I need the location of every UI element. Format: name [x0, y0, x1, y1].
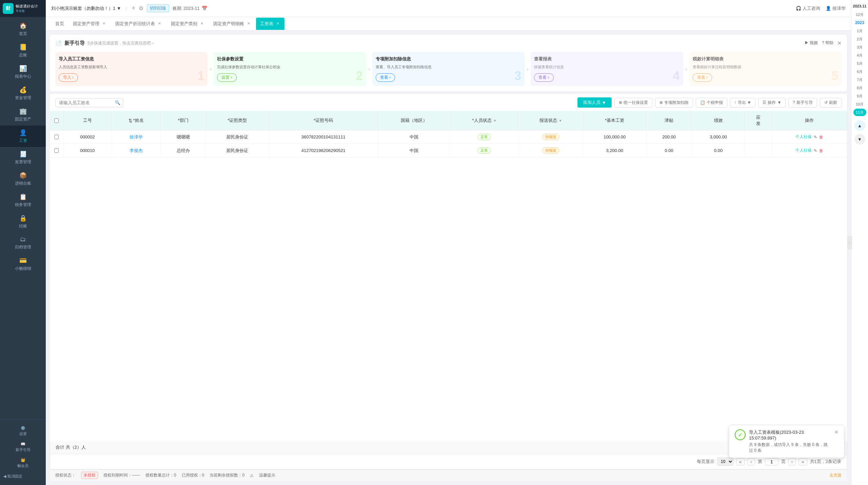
- add-account-btn[interactable]: +: [132, 5, 136, 12]
- calendar-month-7[interactable]: 7月: [853, 76, 866, 83]
- right-panel-toggle[interactable]: ‹: [847, 236, 852, 249]
- sidebar-label-ledger: 总账: [19, 52, 27, 58]
- action-social-1[interactable]: 个人社保: [795, 134, 812, 140]
- sidebar-item-invoices[interactable]: 🧾 发票管理: [0, 147, 46, 168]
- tab-asset-detail[interactable]: 固定资产明细账 ✕: [209, 18, 255, 30]
- wizard-step1-btn[interactable]: 导入 ›: [59, 73, 78, 82]
- deduction-btn[interactable]: ⊕ 专项附加扣除: [655, 98, 693, 108]
- search-input[interactable]: [55, 98, 123, 107]
- current-page-input[interactable]: [765, 458, 778, 465]
- action-social-2[interactable]: 个人社保: [795, 148, 812, 153]
- settings-gear-icon[interactable]: ⚙: [139, 5, 143, 12]
- wizard-step4-btn[interactable]: 查看 ›: [534, 73, 553, 82]
- export-btn[interactable]: ↑ 导出 ▼: [730, 98, 756, 108]
- toast-close-btn[interactable]: ✕: [834, 429, 839, 435]
- calendar-year: 2023.11: [853, 3, 867, 10]
- employee-name-link-1[interactable]: 徐泽华: [130, 134, 143, 139]
- sidebar-item-settings[interactable]: ⚙️ 设置: [2, 423, 44, 439]
- tab-asset-depreciation[interactable]: 固定资产折旧统计表 ✕: [111, 18, 166, 30]
- calendar-down-btn[interactable]: ▼: [854, 134, 865, 145]
- wizard-help-video[interactable]: ▶ 视频: [805, 40, 818, 46]
- social-insurance-btn[interactable]: ⊕ 统一社保设置: [614, 98, 652, 108]
- expense-icon: 💳: [19, 257, 27, 264]
- add-person-btn[interactable]: 添加人员 ▼: [577, 97, 612, 108]
- calendar-month-6[interactable]: 6月: [853, 68, 866, 75]
- tax-declare-btn[interactable]: 📋 个税申报: [696, 98, 727, 108]
- wizard-step3-btn[interactable]: 查看 ›: [376, 73, 395, 82]
- sidebar-item-ledger[interactable]: 📒 总账: [0, 40, 46, 61]
- table-footer: 合计 共（2）人 103,20...: [50, 441, 847, 454]
- calendar-month-3[interactable]: 3月: [853, 43, 866, 51]
- sidebar-item-funds[interactable]: 💰 资金管理: [0, 83, 46, 104]
- tab-home[interactable]: 首页: [51, 18, 68, 30]
- sidebar-item-expense[interactable]: 💳 小畅报销: [0, 254, 46, 275]
- ai-consult-btn[interactable]: 🎧 人工咨询: [796, 5, 820, 12]
- row-checkbox-2[interactable]: [54, 148, 59, 153]
- wizard-help-doc[interactable]: ? 帮助: [822, 40, 833, 46]
- wizard-step-4: 查看报表 快速查看统计信息 查看 › 4: [531, 52, 683, 86]
- tab-asset-category[interactable]: 固定资产类别 ✕: [167, 18, 209, 30]
- calendar-month-12[interactable]: 12月: [853, 11, 866, 18]
- wizard-step2-btn[interactable]: 设置 ›: [217, 73, 236, 82]
- sidebar-collapse-btn[interactable]: ◀ 取消固定: [2, 471, 44, 482]
- wizard-step5-btn[interactable]: 查看 ›: [693, 73, 712, 82]
- guide-btn[interactable]: ? 新手引导: [788, 98, 817, 108]
- per-page-select[interactable]: 10 20 50: [717, 458, 733, 466]
- calendar-month-2[interactable]: 2月: [853, 35, 866, 43]
- first-page-btn[interactable]: «: [736, 458, 745, 465]
- calendar-month-8[interactable]: 8月: [853, 84, 866, 92]
- operation-btn[interactable]: ☰ 操作 ▼: [758, 98, 786, 108]
- calendar-month-1[interactable]: 1月: [853, 27, 866, 35]
- sidebar-item-home[interactable]: 🏠 首页: [0, 19, 46, 40]
- sidebar-item-close[interactable]: 🔒 结账: [0, 211, 46, 232]
- search-icon[interactable]: 🔍: [115, 100, 120, 105]
- wizard-step2-desc: 完成社保参数设置自动计算社保公积金: [217, 64, 362, 70]
- td-base-salary-1: 100,000.00: [583, 130, 646, 144]
- auth-status: 未授权: [81, 472, 98, 479]
- last-page-btn[interactable]: »: [798, 458, 807, 465]
- prev-page-btn[interactable]: ‹: [747, 458, 755, 465]
- sidebar-item-inventory[interactable]: 📦 进销台账: [0, 168, 46, 190]
- calendar-month-9[interactable]: 9月: [853, 92, 866, 100]
- calendar-icon[interactable]: 📅: [202, 6, 207, 11]
- employee-name-link-2[interactable]: 李俊杰: [130, 148, 143, 153]
- buy-btn[interactable]: 去充值: [829, 472, 842, 478]
- tax-declare-label: 个税申报: [707, 100, 723, 106]
- calendar-month-5[interactable]: 5月: [853, 60, 866, 67]
- tab-asset-depreciation-close[interactable]: ✕: [157, 21, 162, 26]
- action-delete-icon-2[interactable]: 🗑: [819, 148, 823, 153]
- calendar-month-10[interactable]: 10月: [853, 100, 866, 108]
- sidebar-item-archive[interactable]: 🗂 归档管理: [0, 232, 46, 254]
- tab-payroll-close[interactable]: ✕: [275, 21, 280, 26]
- account-selector[interactable]: 刘小艳演示账套（勿删勿动！）1 ▼: [51, 5, 121, 12]
- action-edit-icon-1[interactable]: ✎: [814, 135, 817, 139]
- sidebar-item-guide[interactable]: 📖 新手引导: [2, 439, 44, 455]
- sidebar-item-assets[interactable]: 🏢 固定资产: [0, 104, 46, 126]
- next-page-btn[interactable]: ›: [788, 458, 796, 465]
- guide-circle-icon: ?: [793, 100, 795, 105]
- select-all-checkbox[interactable]: [54, 118, 59, 123]
- calendar-month-4[interactable]: 4月: [853, 52, 866, 59]
- tab-asset-mgmt[interactable]: 固定资产管理 ✕: [69, 18, 111, 30]
- action-edit-icon-2[interactable]: ✎: [814, 148, 817, 153]
- calendar-month-11[interactable]: 11月: [853, 109, 866, 116]
- row-checkbox-1[interactable]: [54, 135, 59, 139]
- calendar-up-btn[interactable]: ▲: [854, 120, 865, 131]
- switch-version-btn[interactable]: 切到旧版: [147, 4, 169, 12]
- sidebar-item-payroll[interactable]: 👤 工资: [0, 126, 46, 147]
- action-delete-icon-1[interactable]: 🗑: [819, 135, 823, 139]
- tab-asset-depreciation-label: 固定资产折旧统计表: [115, 21, 155, 27]
- status-filter-icon[interactable]: ▼: [493, 119, 497, 123]
- tab-asset-detail-close[interactable]: ✕: [246, 21, 251, 26]
- ai-icon: 🎧: [796, 6, 801, 11]
- tab-asset-mgmt-close[interactable]: ✕: [101, 21, 106, 26]
- refresh-btn[interactable]: ↺ 刷新: [820, 98, 842, 108]
- sidebar-item-member[interactable]: 👑 畅会员: [2, 455, 44, 471]
- wizard-close-btn[interactable]: ✕: [837, 40, 842, 46]
- tab-asset-category-close[interactable]: ✕: [199, 21, 204, 26]
- sidebar-item-reports[interactable]: 📊 报表中心: [0, 61, 46, 83]
- send-status-filter-icon[interactable]: ▼: [559, 119, 562, 123]
- tab-payroll[interactable]: 工资表 ✕: [256, 18, 284, 30]
- sidebar-item-tax[interactable]: 📋 税务管理: [0, 190, 46, 211]
- user-profile[interactable]: 👤 徐泽华: [826, 5, 846, 12]
